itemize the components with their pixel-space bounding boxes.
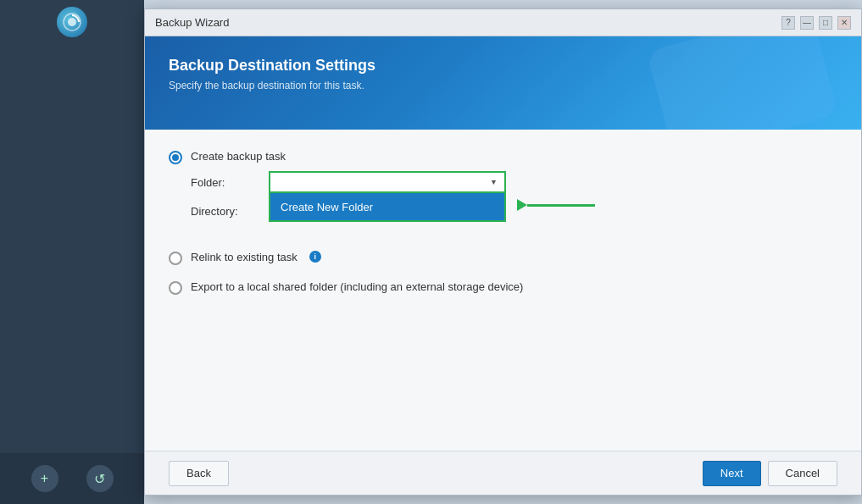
back-button[interactable]: Back: [169, 461, 229, 486]
wizard-banner: Backup Destination Settings Specify the …: [145, 36, 861, 130]
folder-dropdown-header[interactable]: ▼: [269, 171, 506, 193]
relink-option[interactable]: Relink to existing task i: [169, 251, 837, 265]
app-logo[interactable]: [57, 7, 87, 37]
banner-subtitle: Specify the backup destination for this …: [169, 80, 837, 91]
taskbar-bottom: + ↺: [0, 453, 144, 504]
window-title: Backup Wizard: [155, 16, 229, 29]
footer-right: Next Cancel: [703, 461, 837, 486]
cancel-button[interactable]: Cancel: [768, 461, 837, 486]
directory-label: Directory:: [191, 205, 259, 218]
banner-title: Backup Destination Settings: [169, 57, 837, 75]
create-backup-radio[interactable]: [169, 151, 182, 164]
export-radio[interactable]: [169, 281, 182, 295]
create-backup-label: Create backup task: [191, 150, 286, 163]
create-new-folder-item[interactable]: Create New Folder: [270, 193, 504, 220]
relink-label: Relink to existing task: [191, 251, 298, 263]
titlebar-left: Backup Wizard: [155, 16, 229, 29]
create-backup-option[interactable]: Create backup task: [169, 150, 837, 164]
create-backup-fields: Folder: ▼ Create New Folder: [191, 171, 837, 222]
wizard-footer: Back Next Cancel: [145, 451, 861, 495]
relink-radio[interactable]: [169, 252, 182, 265]
export-label: Export to a local shared folder (includi…: [191, 280, 523, 293]
titlebar: Backup Wizard ? — □ ✕: [145, 9, 861, 36]
relink-info-icon[interactable]: i: [309, 251, 321, 263]
help-button[interactable]: ?: [781, 16, 795, 30]
wizard-content: Create backup task Folder: ▼: [145, 130, 861, 451]
desktop: + ↺ Backup Wizard ? — □ ✕ Backup Destina…: [0, 0, 862, 504]
export-option[interactable]: Export to a local shared folder (includi…: [169, 280, 837, 295]
history-button[interactable]: ↺: [86, 465, 114, 492]
minimize-button[interactable]: —: [800, 16, 814, 30]
folder-dropdown-list: Create New Folder: [269, 193, 506, 222]
backup-wizard-window: Backup Wizard ? — □ ✕ Backup Destination…: [144, 8, 862, 496]
taskbar: + ↺: [0, 0, 144, 504]
footer-left: Back: [169, 461, 229, 486]
add-button[interactable]: +: [31, 465, 58, 492]
options-group: Create backup task Folder: ▼: [169, 150, 837, 295]
close-button[interactable]: ✕: [837, 16, 851, 30]
folder-label: Folder:: [191, 176, 259, 189]
maximize-button[interactable]: □: [819, 16, 832, 30]
titlebar-controls: ? — □ ✕: [781, 16, 851, 30]
folder-dropdown-container: ▼ Create New Folder: [269, 171, 506, 193]
option-create-backup: Create backup task Folder: ▼: [169, 150, 837, 222]
folder-row: Folder: ▼ Create New Folder: [191, 171, 837, 193]
dropdown-arrow-icon: ▼: [490, 178, 498, 186]
svg-point-1: [68, 18, 76, 26]
next-button[interactable]: Next: [703, 461, 761, 486]
